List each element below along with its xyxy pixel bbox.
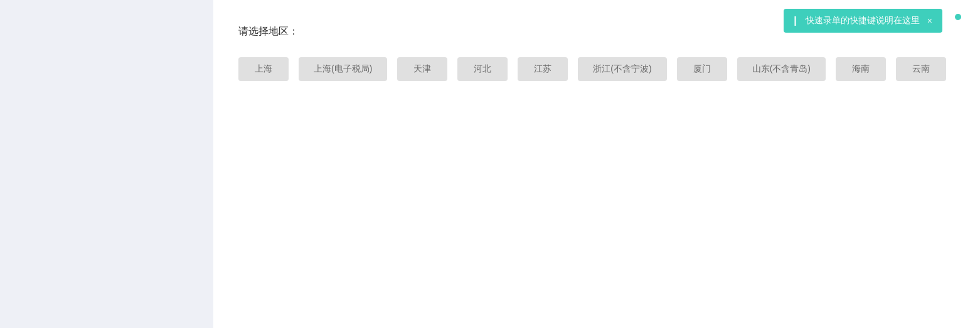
- region-button-hainan[interactable]: 海南: [836, 57, 886, 81]
- region-button-tianjin[interactable]: 天津: [397, 57, 447, 81]
- tooltip-text: 快速录单的快捷键说明在这里: [806, 15, 920, 26]
- main-content: 请选择地区： 上海上海(电子税局)天津河北江苏浙江(不含宁波)厦门山东(不含青岛…: [213, 0, 980, 328]
- region-buttons: 上海上海(电子税局)天津河北江苏浙江(不含宁波)厦门山东(不含青岛)海南云南: [238, 57, 955, 81]
- region-button-shanghai[interactable]: 上海: [238, 57, 289, 81]
- region-button-hebei[interactable]: 河北: [457, 57, 508, 81]
- sidebar: [0, 0, 213, 328]
- region-button-jiangsu[interactable]: 江苏: [518, 57, 568, 81]
- region-button-shandong[interactable]: 山东(不含青岛): [737, 57, 826, 81]
- region-button-zhejiang[interactable]: 浙江(不含宁波): [578, 57, 666, 81]
- tooltip-close-button[interactable]: ×: [927, 16, 932, 26]
- region-button-yunnan[interactable]: 云南: [896, 57, 946, 81]
- tooltip-dot: [955, 14, 961, 20]
- region-button-shanghai-etax[interactable]: 上海(电子税局): [299, 57, 387, 81]
- region-button-xiamen[interactable]: 厦门: [677, 57, 727, 81]
- tooltip-banner: 快速录单的快捷键说明在这里 ×: [784, 9, 942, 33]
